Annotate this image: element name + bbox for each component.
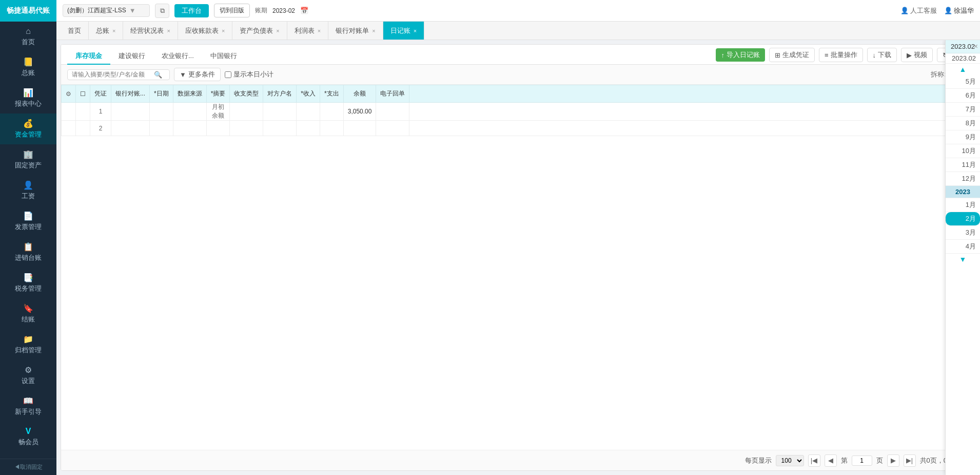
tab-journal-close[interactable]: ×: [414, 28, 417, 34]
datepicker-month-2[interactable]: 2月: [946, 212, 980, 226]
footer-bar: 每页显示 100 50 200 |◀ ◀ 第 页 ▶ ▶| 共0页，0条记录: [61, 450, 975, 470]
sidebar-item-closing[interactable]: 🔖 结账: [0, 298, 56, 329]
sidebar-item-guide[interactable]: 📖 新手引导: [0, 391, 56, 422]
tab-home[interactable]: 首页: [61, 22, 89, 40]
datepicker-scroll-up[interactable]: ▲: [946, 64, 980, 75]
col-data-source: 数据来源: [173, 85, 206, 103]
service-label: 人工客服: [910, 6, 937, 15]
import-label: 导入日记账: [727, 50, 760, 60]
user-profile[interactable]: 👤 徐温华: [944, 6, 974, 15]
tab-receivables-close[interactable]: ×: [222, 28, 225, 34]
tab-business-status[interactable]: 经营状况表 ×: [123, 22, 178, 40]
filter-icon: ▼: [180, 71, 186, 79]
datepicker-scroll-down[interactable]: ▼: [946, 254, 980, 265]
last-page-button[interactable]: ▶|: [904, 454, 916, 467]
row2-summary: [206, 121, 230, 136]
datepicker-month-1[interactable]: 1月: [946, 198, 980, 212]
col-settings[interactable]: ⚙: [62, 85, 76, 103]
datepicker-month-12[interactable]: 12月: [946, 172, 980, 186]
first-page-button[interactable]: |◀: [808, 454, 820, 467]
calendar-icon[interactable]: 📅: [300, 7, 308, 14]
subtab-cash[interactable]: 库存现金: [67, 48, 110, 65]
show-daily-checkbox-label[interactable]: 显示本日小计: [225, 70, 273, 79]
old-version-button[interactable]: 切到旧版: [214, 4, 250, 17]
sidebar-item-tax[interactable]: 📑 税务管理: [0, 268, 56, 298]
datepicker-month-5[interactable]: 5月: [946, 75, 980, 89]
video-button[interactable]: ▶ 视频: [901, 48, 933, 62]
sidebar-item-finance[interactable]: 💰 资金管理: [0, 113, 56, 144]
sidebar-item-ledger[interactable]: 📒 总账: [0, 52, 56, 83]
copy-icon[interactable]: ⧉: [155, 4, 169, 18]
sidebar-item-settings-label: 设置: [22, 376, 35, 386]
datepicker-month-7[interactable]: 7月: [946, 103, 980, 117]
datepicker-month-9[interactable]: 9月: [946, 130, 980, 144]
row1-spacer: [409, 103, 954, 121]
page-input[interactable]: [852, 455, 872, 466]
sidebar-item-vip[interactable]: V 畅会员: [0, 422, 56, 452]
per-page-select[interactable]: 100 50 200: [776, 455, 804, 466]
row2-balance: [343, 121, 376, 136]
tab-ledger[interactable]: 总账 ×: [89, 22, 123, 40]
show-daily-checkbox[interactable]: [225, 71, 231, 78]
subtab-ccb[interactable]: 建设银行: [110, 48, 153, 65]
subtab-boc[interactable]: 中国银行: [202, 48, 245, 65]
tab-journal[interactable]: 日记账 ×: [383, 22, 424, 40]
customer-service-button[interactable]: 👤 人工客服: [900, 6, 937, 15]
more-filter-button[interactable]: ▼ 更多条件: [174, 68, 221, 81]
unpin-sidebar-button[interactable]: ◀取消固定: [0, 459, 56, 475]
archive-icon: 📁: [23, 334, 33, 344]
generate-voucher-button[interactable]: ⊞ 生成凭证: [769, 48, 815, 62]
datepicker-month-6[interactable]: 6月: [946, 89, 980, 103]
topbar: (勿删）江西超宝-LSS ▼ ⧉ 工作台 切到旧版 账期 2023-02 📅 👤…: [56, 0, 980, 22]
col-income: *收入: [297, 85, 320, 103]
tab-profit-close[interactable]: ×: [318, 28, 321, 34]
sidebar-item-assets-label: 固定资产: [15, 161, 42, 170]
datepicker-month-11[interactable]: 11月: [946, 158, 980, 172]
subtab-abc[interactable]: 农业银行...: [153, 48, 202, 65]
row1-expense: [320, 103, 344, 121]
download-button[interactable]: ↓ 下载: [867, 48, 897, 62]
datepicker-month-4[interactable]: 4月: [946, 240, 980, 254]
home-icon: ⌂: [26, 27, 31, 36]
row2-settings: [62, 121, 76, 136]
datepicker-month-3[interactable]: 3月: [946, 226, 980, 240]
import-journal-button[interactable]: ↑ 导入日记账: [716, 48, 765, 62]
sidebar-item-sales[interactable]: 📋 进销台账: [0, 237, 56, 268]
tab-balance-sheet-close[interactable]: ×: [276, 28, 279, 34]
datepicker-month-10[interactable]: 10月: [946, 144, 980, 158]
download-label: 下载: [878, 50, 891, 60]
next-page-button[interactable]: ▶: [887, 454, 899, 467]
close-datepicker-button[interactable]: ×: [974, 42, 978, 50]
content-panel: 库存现金 建设银行 农业银行... 中国银行 ↑ 导入日记账: [61, 44, 976, 471]
sales-icon: 📋: [23, 242, 33, 252]
sidebar-item-settings[interactable]: ⚙ 设置: [0, 360, 56, 391]
search-icon[interactable]: 🔍: [154, 71, 162, 79]
prev-page-button[interactable]: ◀: [825, 454, 837, 467]
company-selector[interactable]: (勿删）江西超宝-LSS ▼: [63, 4, 150, 17]
tab-bank-reconcile-close[interactable]: ×: [372, 28, 375, 34]
tab-profit[interactable]: 利润表 ×: [287, 22, 328, 40]
tab-bank-reconcile[interactable]: 银行对账单 ×: [328, 22, 383, 40]
batch-operation-button[interactable]: ≡ 批量操作: [819, 48, 863, 62]
sidebar-item-reports[interactable]: 📊 报表中心: [0, 83, 56, 113]
tab-ledger-close[interactable]: ×: [112, 28, 115, 34]
sidebar-item-invoice[interactable]: 📄 发票管理: [0, 206, 56, 237]
col-expense: *支出: [320, 85, 344, 103]
col-balance: 余额: [343, 85, 376, 103]
tab-balance-sheet[interactable]: 资产负债表 ×: [232, 22, 287, 40]
sidebar: 畅捷通易代账 ⌂ 首页 📒 总账 📊 报表中心 💰 资金管理 🏢 固定资产 👤 …: [0, 0, 56, 475]
sidebar-item-archive[interactable]: 📁 归档管理: [0, 329, 56, 360]
datepicker-month-8[interactable]: 8月: [946, 117, 980, 130]
col-checkbox[interactable]: ☐: [76, 85, 90, 103]
tab-business-status-close[interactable]: ×: [167, 28, 170, 34]
search-input[interactable]: [72, 71, 154, 78]
tab-receivables[interactable]: 应收账款表 ×: [178, 22, 232, 40]
sidebar-item-archive-label: 归档管理: [15, 346, 42, 355]
sidebar-item-home[interactable]: ⌂ 首页: [0, 22, 56, 52]
per-page-label: 每页显示: [745, 456, 772, 465]
sidebar-item-assets[interactable]: 🏢 固定资产: [0, 144, 56, 175]
workbench-button[interactable]: 工作台: [174, 4, 209, 17]
filter-label: 更多条件: [188, 70, 215, 79]
sidebar-item-invoice-label: 发票管理: [15, 222, 42, 232]
sidebar-item-payroll[interactable]: 👤 工资: [0, 175, 56, 206]
